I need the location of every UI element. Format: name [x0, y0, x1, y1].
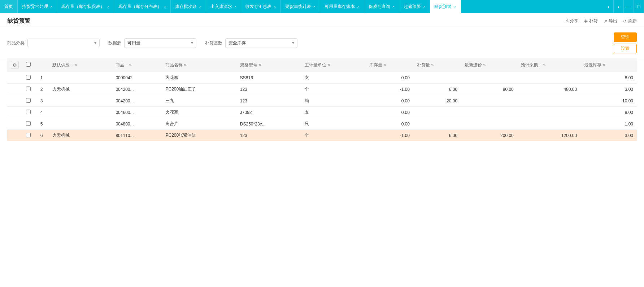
row-latest-price: 200.00 [461, 130, 517, 141]
select-all-checkbox[interactable] [26, 62, 31, 67]
tab-close-flow[interactable]: × [234, 4, 236, 9]
filter-bar: 商品分类 ▾ 数据源 可用量 ▾ 补货基数 安全库存 ▾ 查询 设置 [0, 28, 644, 58]
tab-close-overstock[interactable]: × [423, 4, 425, 9]
category-select[interactable]: ▾ [27, 39, 100, 47]
row-supplement: 20.00 [413, 95, 461, 107]
row-supplier [49, 107, 112, 118]
name-sort[interactable]: 商品名称 ⇅ [165, 62, 187, 68]
code-sort[interactable]: 商品... ⇅ [116, 62, 132, 68]
tab-maximize-btn[interactable]: □ [634, 0, 644, 13]
supplement-icon: ✚ [584, 19, 588, 24]
tab-close-shortage[interactable]: × [454, 4, 456, 9]
share-button[interactable]: ⎙ 分享 [566, 18, 578, 24]
datasource-value: 可用量 [127, 40, 140, 46]
query-button[interactable]: 查询 [614, 32, 637, 42]
th-check [22, 58, 34, 72]
spec-sort[interactable]: 规格型号 ⇅ [240, 62, 261, 68]
tab-expiry[interactable]: 保质期查询 × [364, 0, 399, 13]
tab-requisition[interactable]: 要货单统计表 × [281, 0, 320, 13]
th-supplement: 补货量 ⇅ [413, 58, 461, 72]
row-check-cell [22, 95, 34, 107]
table-row: 5 004800... 离合片 DS250*23c... 只 0.00 1.00 [7, 118, 637, 130]
row-unit: 支 [301, 72, 366, 84]
settings-button[interactable]: 设置 [614, 44, 637, 53]
tab-inventory-status[interactable]: 现存量（库存状况表） × [57, 0, 114, 13]
category-label: 商品分类 [7, 40, 25, 46]
stock-sort[interactable]: 库存量 ⇅ [369, 62, 386, 68]
tab-available[interactable]: 可用量库存账本 × [320, 0, 364, 13]
supplier-sort[interactable]: 默认供应... ⇅ [52, 62, 77, 68]
table-header-row: ⚙ 默认供应... ⇅ 商品... [7, 58, 637, 72]
tab-close-batch[interactable]: × [199, 4, 201, 9]
supplement-button[interactable]: ✚ 补货 [584, 18, 598, 24]
price-sort[interactable]: 最新进价 ⇅ [465, 62, 486, 68]
tab-close-req[interactable]: × [313, 4, 316, 9]
row-settings-cell [7, 84, 22, 95]
row-name: 火花塞 [162, 72, 236, 84]
min-stock-sort[interactable]: 最低库存 ⇅ [584, 62, 605, 68]
datasource-select[interactable]: 可用量 ▾ [124, 38, 196, 48]
row-checkbox[interactable] [26, 75, 31, 80]
row-supplement: 6.00 [413, 84, 461, 95]
tab-summary[interactable]: 收发存汇总表 × [241, 0, 280, 13]
row-stock: -1.00 [366, 130, 413, 141]
supplement-filter-group: 补货基数 安全库存 ▾ [205, 38, 297, 48]
row-spec: J7092 [236, 107, 301, 118]
export-button[interactable]: ↗ 导出 [604, 18, 617, 24]
row-supplier: 力天机械 [49, 130, 112, 141]
tab-close-picking[interactable]: × [50, 4, 52, 9]
row-num: 2 [34, 84, 49, 95]
tab-batch[interactable]: 库存批次账 × [171, 0, 206, 13]
row-checkbox[interactable] [26, 87, 31, 91]
row-checkbox[interactable] [26, 133, 31, 137]
row-stock: 0.00 [366, 118, 413, 130]
tab-picking[interactable]: 拣货异常处理 × [18, 0, 57, 13]
tab-next-btn[interactable]: › [614, 0, 624, 13]
row-num: 3 [34, 95, 49, 107]
refresh-icon: ↺ [623, 19, 627, 24]
tab-prev-btn[interactable]: ‹ [604, 0, 614, 13]
row-check-cell [22, 107, 34, 118]
row-settings-cell [7, 72, 22, 84]
row-unit: 个 [301, 84, 366, 95]
supplement-select[interactable]: 安全库存 ▾ [225, 38, 297, 48]
row-checkbox[interactable] [26, 121, 31, 126]
row-latest-price [461, 95, 517, 107]
supplement-sort[interactable]: 补货量 ⇅ [417, 62, 434, 68]
est-purchase-sort[interactable]: 预计采购... ⇅ [521, 62, 546, 68]
tab-flow[interactable]: 出入库流水 × [206, 0, 241, 13]
tab-minimize-btn[interactable]: — [624, 0, 634, 13]
th-num [34, 58, 49, 72]
est-purchase-sort-icon: ⇅ [543, 63, 546, 67]
row-latest-price [461, 118, 517, 130]
tab-close-inv-status[interactable]: × [107, 4, 109, 9]
tab-shortage[interactable]: 缺货预警 × [430, 0, 461, 13]
row-latest-price [461, 107, 517, 118]
row-min-stock: 8.00 [580, 107, 637, 118]
tab-navigation: ‹ › — □ [604, 0, 644, 13]
tab-close-summary[interactable]: × [274, 4, 276, 9]
row-supplement [413, 72, 461, 84]
row-checkbox[interactable] [26, 98, 31, 103]
row-checkbox[interactable] [26, 110, 31, 114]
supplier-sort-icon: ⇅ [74, 63, 77, 67]
row-est-purchase [517, 72, 580, 84]
row-spec: SS816 [236, 72, 301, 84]
row-est-purchase: 1200.00 [517, 130, 580, 141]
tab-overstock[interactable]: 超储预警 × [399, 0, 430, 13]
tab-home[interactable]: 首页 [0, 0, 18, 13]
unit-sort[interactable]: 主计量单位 ⇅ [305, 62, 330, 68]
tab-close-inv-dist[interactable]: × [164, 4, 166, 9]
settings-gear-icon[interactable]: ⚙ [11, 61, 19, 69]
supplement-sort-icon: ⇅ [431, 63, 434, 67]
row-spec: 123 [236, 95, 301, 107]
tab-close-expiry[interactable]: × [392, 4, 395, 9]
row-latest-price: 80.00 [461, 84, 517, 95]
row-supplier [49, 95, 112, 107]
tab-close-avail[interactable]: × [357, 4, 359, 9]
row-settings-cell [7, 107, 22, 118]
tab-inventory-dist[interactable]: 现存量（库存分布表） × [114, 0, 171, 13]
row-est-purchase [517, 118, 580, 130]
supplement-value: 安全库存 [229, 40, 246, 46]
refresh-button[interactable]: ↺ 刷新 [623, 18, 637, 24]
